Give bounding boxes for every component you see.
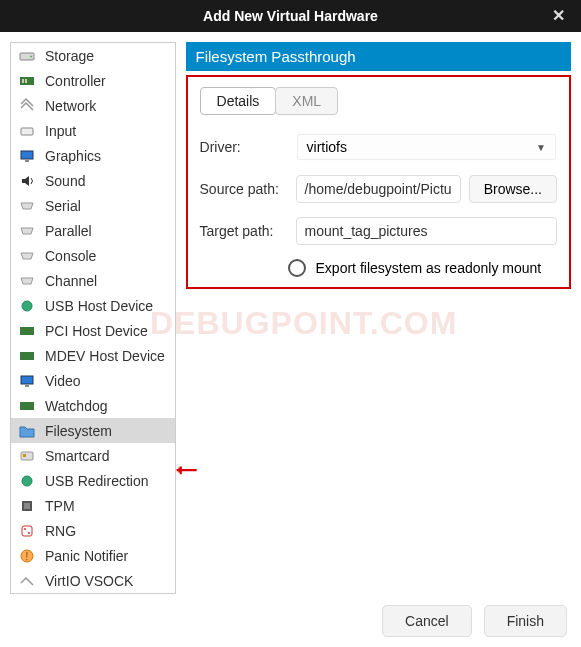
sidebar-item-storage[interactable]: Storage: [11, 43, 175, 68]
sidebar-item-label: Graphics: [45, 148, 101, 164]
sidebar-item-label: Serial: [45, 198, 81, 214]
sidebar-item-network[interactable]: Network: [11, 93, 175, 118]
svg-point-8: [22, 301, 32, 311]
svg-point-1: [30, 55, 32, 57]
svg-point-16: [22, 476, 32, 486]
driver-value: virtiofs: [307, 139, 347, 155]
channel-icon: [19, 273, 35, 289]
sidebar-item-label: Sound: [45, 173, 85, 189]
monitor-icon: [19, 148, 35, 164]
sidebar-item-watchdog[interactable]: Watchdog: [11, 393, 175, 418]
sidebar-item-label: Controller: [45, 73, 106, 89]
main-panel: Filesystem Passthrough Details XML Drive…: [186, 42, 571, 594]
svg-rect-18: [24, 503, 30, 509]
sidebar-item-label: USB Redirection: [45, 473, 149, 489]
sidebar-item-label: Video: [45, 373, 81, 389]
svg-rect-15: [23, 454, 26, 457]
svg-rect-7: [25, 160, 29, 162]
svg-rect-11: [21, 376, 33, 384]
svg-point-21: [28, 532, 30, 534]
sidebar-item-parallel[interactable]: Parallel: [11, 218, 175, 243]
sidebar-item-graphics[interactable]: Graphics: [11, 143, 175, 168]
svg-rect-12: [25, 385, 29, 387]
svg-rect-10: [20, 352, 34, 360]
readonly-radio[interactable]: [288, 259, 306, 277]
sidebar-item-input[interactable]: Input: [11, 118, 175, 143]
sidebar-item-label: Filesystem: [45, 423, 112, 439]
sidebar-item-label: RNG: [45, 523, 76, 539]
svg-rect-13: [20, 402, 34, 410]
smartcard-icon: [19, 448, 35, 464]
target-path-input[interactable]: mount_tag_pictures: [296, 217, 557, 245]
controller-icon: [19, 73, 35, 89]
sidebar-item-usb-redirect[interactable]: USB Redirection: [11, 468, 175, 493]
source-path-input[interactable]: /home/debugpoint/Pictu: [296, 175, 461, 203]
sidebar-item-sound[interactable]: Sound: [11, 168, 175, 193]
svg-rect-6: [21, 151, 33, 159]
panel-header: Filesystem Passthrough: [186, 42, 571, 71]
target-path-label: Target path:: [200, 223, 288, 239]
sidebar-item-vsock[interactable]: VirtIO VSOCK: [11, 568, 175, 593]
sidebar-item-label: USB Host Device: [45, 298, 153, 314]
sidebar-item-serial[interactable]: Serial: [11, 193, 175, 218]
dice-icon: [19, 523, 35, 539]
sidebar-item-label: PCI Host Device: [45, 323, 148, 339]
sidebar-item-label: Watchdog: [45, 398, 108, 414]
finish-button[interactable]: Finish: [484, 605, 567, 637]
driver-label: Driver:: [200, 139, 288, 155]
svg-rect-3: [22, 79, 24, 83]
svg-point-20: [24, 528, 26, 530]
sidebar-item-mdev-host[interactable]: MDEV Host Device: [11, 343, 175, 368]
dialog-footer: Cancel Finish: [382, 605, 567, 637]
tab-details[interactable]: Details: [200, 87, 277, 115]
pci-icon: [19, 323, 35, 339]
sidebar-item-label: Parallel: [45, 223, 92, 239]
network-icon: [19, 98, 35, 114]
input-icon: [19, 123, 35, 139]
video-icon: [19, 373, 35, 389]
sound-icon: [19, 173, 35, 189]
browse-button[interactable]: Browse...: [469, 175, 557, 203]
mdev-icon: [19, 348, 35, 364]
sidebar-item-filesystem[interactable]: Filesystem: [11, 418, 175, 443]
sidebar-item-pci-host[interactable]: PCI Host Device: [11, 318, 175, 343]
form-panel: Details XML Driver: virtiofs ▼ Source pa…: [186, 75, 571, 289]
svg-rect-4: [25, 79, 27, 83]
sidebar-item-usb-host[interactable]: USB Host Device: [11, 293, 175, 318]
sidebar-item-channel[interactable]: Channel: [11, 268, 175, 293]
sidebar-item-tpm[interactable]: TPM: [11, 493, 175, 518]
readonly-label: Export filesystem as readonly mount: [316, 260, 542, 276]
sidebar-item-smartcard[interactable]: Smartcard: [11, 443, 175, 468]
svg-text:!: !: [26, 551, 29, 562]
vsock-icon: [19, 573, 35, 589]
titlebar: Add New Virtual Hardware ✕: [0, 0, 581, 32]
sidebar-item-rng[interactable]: RNG: [11, 518, 175, 543]
usb-redirect-icon: [19, 473, 35, 489]
svg-rect-5: [21, 128, 33, 135]
sidebar-item-panic[interactable]: ! Panic Notifier: [11, 543, 175, 568]
watchdog-icon: [19, 398, 35, 414]
sidebar-item-label: Channel: [45, 273, 97, 289]
driver-dropdown[interactable]: virtiofs ▼: [296, 133, 557, 161]
chip-icon: [19, 498, 35, 514]
sidebar-item-controller[interactable]: Controller: [11, 68, 175, 93]
sidebar-item-label: Input: [45, 123, 76, 139]
cancel-button[interactable]: Cancel: [382, 605, 472, 637]
console-icon: [19, 248, 35, 264]
sidebar-item-label: Storage: [45, 48, 94, 64]
sidebar-item-label: TPM: [45, 498, 75, 514]
disk-icon: [19, 48, 35, 64]
folder-icon: [19, 423, 35, 439]
panic-icon: !: [19, 548, 35, 564]
window-title: Add New Virtual Hardware: [203, 8, 378, 24]
tab-xml[interactable]: XML: [275, 87, 338, 115]
sidebar-item-label: VirtIO VSOCK: [45, 573, 133, 589]
sidebar-item-video[interactable]: Video: [11, 368, 175, 393]
sidebar-item-label: Network: [45, 98, 96, 114]
close-button[interactable]: ✕: [546, 4, 571, 27]
sidebar-item-console[interactable]: Console: [11, 243, 175, 268]
hardware-sidebar: Storage Controller Network Input Graphic…: [10, 42, 176, 594]
tabs: Details XML: [200, 87, 557, 115]
sidebar-item-label: Panic Notifier: [45, 548, 128, 564]
svg-rect-9: [20, 327, 34, 335]
